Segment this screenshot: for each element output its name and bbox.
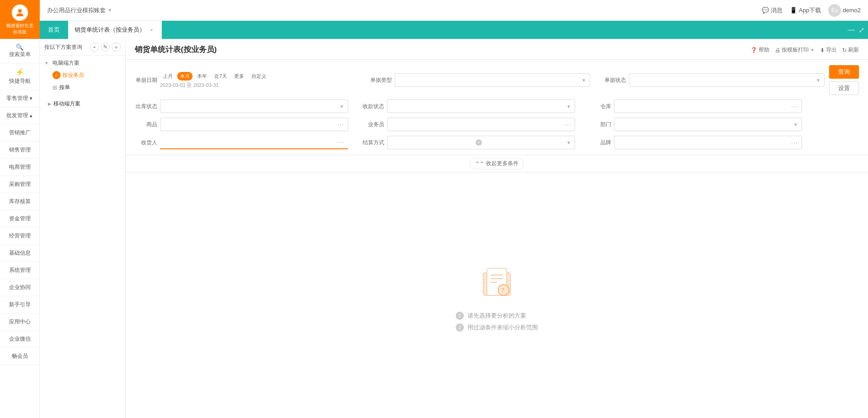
dept-control[interactable]: ▼ bbox=[614, 118, 802, 131]
account-dropdown[interactable]: 办公用品行业模拟账套 ▼ bbox=[47, 6, 112, 14]
tip-1-text: 请先选择要分析的方案 bbox=[467, 312, 526, 320]
print-btn[interactable]: 🖨 按模板打印 ▼ bbox=[775, 46, 815, 54]
sidebar-item-finance[interactable]: 资金管理 bbox=[0, 210, 39, 228]
left-panel-actions: + ✎ « bbox=[90, 43, 121, 52]
sidebar-item-newbie[interactable]: 新手引导 bbox=[0, 296, 39, 314]
export-label: 导出 bbox=[826, 46, 837, 54]
settle-control[interactable]: × ▼ bbox=[387, 136, 575, 149]
date-tab-more[interactable]: 更多 bbox=[231, 72, 247, 81]
svg-text:?: ? bbox=[501, 287, 505, 294]
sidebar-item-base-label: 基础信息 bbox=[2, 249, 38, 257]
sidebar-item-ecommerce[interactable]: 电商管理 bbox=[0, 159, 39, 176]
export-btn[interactable]: ⬇ 导出 bbox=[820, 46, 837, 54]
sidebar-item-inventory[interactable]: 库存核算 bbox=[0, 193, 39, 210]
date-range-display: 2023-03-01 至 2023-03-31 bbox=[160, 82, 356, 89]
group-pc-text: 电脑端方案 bbox=[52, 59, 80, 67]
scheme-group-pc-label[interactable]: ▼ 电脑端方案 bbox=[40, 57, 125, 69]
sidebar-item-enterprise[interactable]: 企业协同 bbox=[0, 279, 39, 296]
filter-item-salesman: 业务员 ··· bbox=[362, 118, 575, 131]
account-name: 办公用品行业模拟账套 bbox=[47, 6, 106, 14]
out-status-control[interactable]: ▼ bbox=[160, 100, 348, 113]
tab-maximize-btn[interactable]: ⤢ bbox=[859, 26, 864, 34]
sidebar-item-system[interactable]: 系统管理 bbox=[0, 262, 39, 279]
scheme-group-mobile-label[interactable]: ▶ 移动端方案 bbox=[40, 97, 125, 110]
dept-label: 部门 bbox=[589, 121, 611, 128]
refresh-btn[interactable]: ↻ 刷新 bbox=[842, 46, 859, 54]
help-label: 帮助 bbox=[759, 46, 769, 54]
set-button[interactable]: 设置 bbox=[829, 81, 859, 95]
tabbar: 首页 销货单统计表（按业务员） × — ⤢ bbox=[40, 21, 868, 39]
empty-illustration: ? bbox=[474, 259, 519, 304]
warehouse-dots: ··· bbox=[791, 103, 798, 110]
tab-home[interactable]: 首页 bbox=[40, 21, 68, 39]
warehouse-control[interactable]: ··· bbox=[614, 100, 802, 113]
filter-item-brand: 品牌 ··· bbox=[589, 136, 802, 149]
print-label: 按模板打印 bbox=[782, 46, 809, 54]
message-btn[interactable]: 💬 消息 bbox=[762, 6, 783, 14]
sidebar-item-ops[interactable]: 经营管理 bbox=[0, 228, 39, 245]
scheme-item-by-salesman[interactable]: ✓ 按业务员 bbox=[40, 69, 125, 81]
group-mobile-text: 移动端方案 bbox=[53, 100, 80, 108]
help-icon: ❓ bbox=[750, 47, 757, 53]
user-info[interactable]: Ea demo2 bbox=[828, 4, 861, 17]
filter-item-goods: 商品 ··· bbox=[135, 118, 348, 131]
tip-2-num: 2 bbox=[456, 323, 464, 332]
filter-area: 单据日期 上月 本月 本年 近7天 更多 自定义 2023-03-01 至 20… bbox=[126, 60, 868, 155]
sidebar-item-system-label: 系统管理 bbox=[2, 266, 38, 274]
filter-item-doc-status: 单据状态 ▼ bbox=[604, 73, 825, 87]
app-download-btn[interactable]: 📱 App下载 bbox=[790, 6, 821, 14]
receiver-control[interactable]: ··· bbox=[160, 136, 348, 149]
collect-status-control[interactable]: ▼ bbox=[387, 100, 575, 113]
sidebar-item-wholesale-label: 批发管理 bbox=[6, 112, 28, 119]
page-header-actions: ❓ 帮助 🖨 按模板打印 ▼ ⬇ 导出 ↻ 刷新 bbox=[750, 44, 859, 54]
settle-clear-btn[interactable]: × bbox=[476, 139, 482, 146]
settle-arrow: ▼ bbox=[566, 140, 571, 145]
date-tab-7days[interactable]: 近7天 bbox=[212, 72, 230, 81]
date-tab-prev-month[interactable]: 上月 bbox=[160, 72, 175, 81]
collapse-conditions-btn[interactable]: ⌃⌃ 收起更多条件 bbox=[470, 158, 524, 169]
sidebar-item-marketing[interactable]: 营销推广 bbox=[0, 124, 39, 142]
doc-type-control[interactable]: ▼ bbox=[395, 73, 590, 87]
sidebar-item-retail[interactable]: 零售管理 ▼ bbox=[0, 90, 39, 107]
edit-scheme-btn[interactable]: ✎ bbox=[101, 43, 110, 52]
topbar-right: 💬 消息 📱 App下载 Ea demo2 bbox=[762, 4, 861, 17]
chevron-down-icon: ▼ bbox=[44, 61, 49, 66]
avatar-text: Ea bbox=[831, 7, 838, 14]
sidebar-item-quick-nav[interactable]: ⚡ 快捷导航 bbox=[0, 63, 39, 90]
sidebar-item-wholesale[interactable]: 批发管理 ▲ bbox=[0, 107, 39, 124]
receiver-dots: ··· bbox=[338, 138, 344, 146]
date-tab-this-year[interactable]: 本年 bbox=[194, 72, 210, 81]
content-area: 按以下方案查询 + ✎ « ▼ 电脑端方案 ✓ 按业务员 ⊞ 按 bbox=[40, 39, 868, 418]
goods-control[interactable]: ··· bbox=[160, 118, 348, 131]
sidebar-item-sales[interactable]: 销售管理 bbox=[0, 142, 39, 159]
tab-active[interactable]: 销货单统计表（按业务员） × bbox=[68, 21, 162, 39]
collapse-left-btn[interactable]: « bbox=[112, 43, 121, 52]
sidebar-item-purchase[interactable]: 采购管理 bbox=[0, 176, 39, 193]
sidebar-item-apps[interactable]: 应用中心 bbox=[0, 314, 39, 331]
chevron-right-icon: ▶ bbox=[48, 101, 52, 106]
salesman-control[interactable]: ··· bbox=[387, 118, 575, 131]
dept-arrow: ▼ bbox=[793, 122, 798, 127]
doc-status-control[interactable]: ▼ bbox=[629, 73, 825, 87]
left-panel: 按以下方案查询 + ✎ « ▼ 电脑端方案 ✓ 按业务员 ⊞ 按 bbox=[40, 39, 126, 418]
user-name: demo2 bbox=[843, 7, 861, 14]
sidebar-search-item[interactable]: 🔍 搜索菜单 bbox=[0, 39, 39, 63]
date-tab-custom[interactable]: 自定义 bbox=[249, 72, 269, 81]
tab-close-btn[interactable]: × bbox=[148, 26, 155, 33]
sidebar-item-member[interactable]: 畅会员 bbox=[0, 348, 39, 365]
sidebar-item-member-label: 畅会员 bbox=[2, 352, 38, 360]
collect-status-label: 收款状态 bbox=[362, 103, 384, 110]
goods-label: 商品 bbox=[135, 121, 157, 128]
sidebar-item-base[interactable]: 基础信息 bbox=[0, 245, 39, 262]
sidebar-item-wechat[interactable]: 企业微信 bbox=[0, 331, 39, 348]
doc-type-arrow: ▼ bbox=[581, 78, 586, 83]
brand-control[interactable]: ··· bbox=[614, 136, 802, 149]
tab-minimize-btn[interactable]: — bbox=[848, 26, 855, 34]
refresh-icon: ↻ bbox=[842, 47, 847, 53]
topbar-left: 办公用品行业模拟账套 ▼ bbox=[47, 6, 112, 14]
add-scheme-btn[interactable]: + bbox=[90, 43, 99, 52]
help-btn[interactable]: ❓ 帮助 bbox=[750, 46, 769, 54]
date-tab-this-month[interactable]: 本月 bbox=[177, 72, 193, 81]
query-button[interactable]: 查询 bbox=[829, 65, 859, 79]
scheme-item-by-doc[interactable]: ⊞ 按单 bbox=[40, 81, 125, 94]
